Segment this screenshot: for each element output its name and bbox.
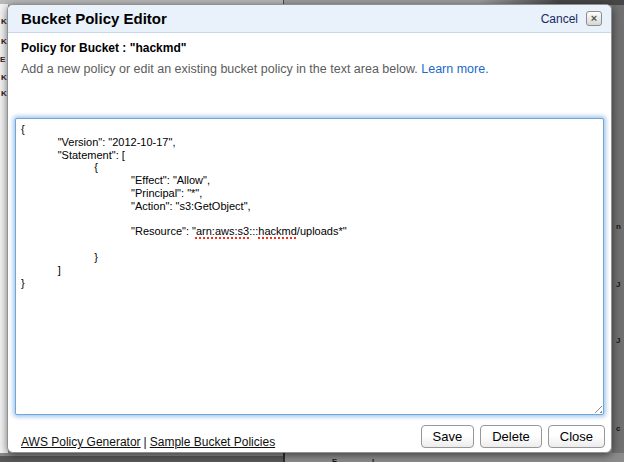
resource-arn-misspelled: arn:aws:s3	[196, 225, 249, 237]
dialog-header: Bucket Policy Editor Cancel ×	[8, 5, 611, 33]
background-text-fragment: l	[372, 458, 374, 462]
footer-links: AWS Policy Generator|Sample Bucket Polic…	[21, 435, 275, 449]
description-body: Add a new policy or edit an existing buc…	[21, 62, 418, 76]
policy-for-bucket-label: Policy for Bucket : "hackmd"	[21, 41, 186, 55]
cancel-link[interactable]: Cancel	[541, 12, 578, 26]
resource-separator: :::	[249, 225, 258, 237]
sample-bucket-policies-link[interactable]: Sample Bucket Policies	[150, 435, 275, 449]
textarea-resize-handle[interactable]	[591, 402, 602, 413]
bucket-policy-editor-dialog: Bucket Policy Editor Cancel × Policy for…	[7, 4, 612, 453]
footer-buttons: Save Delete Close	[421, 425, 605, 448]
background-text-fragment: c	[616, 425, 620, 433]
learn-more-link[interactable]: Learn more.	[421, 62, 488, 76]
background-text-fragment: K	[1, 18, 7, 26]
policy-resource-line: "Resource": "arn:aws:s3:::hackmd/uploads…	[21, 213, 598, 251]
background-text-fragment: K	[1, 74, 7, 82]
policy-line: {	[21, 161, 598, 174]
policy-line: ]	[21, 264, 598, 277]
close-icon: ×	[591, 13, 597, 24]
dialog-title: Bucket Policy Editor	[21, 10, 541, 27]
background-text-fragment: E	[0, 56, 5, 64]
close-button[interactable]: ×	[586, 11, 602, 26]
policy-line: }	[21, 251, 598, 264]
delete-button[interactable]: Delete	[480, 425, 542, 448]
policy-textarea[interactable]: { "Version": "2012-10-17", "Statement": …	[15, 118, 604, 415]
policy-line: {	[21, 123, 598, 136]
resource-suffix: /uploads*"	[297, 225, 347, 237]
policy-line: }	[21, 277, 598, 290]
background-text-fragment: n	[616, 223, 621, 231]
description-text: Add a new policy or edit an existing buc…	[21, 62, 489, 76]
policy-line: "Effect": "Allow",	[21, 174, 598, 187]
background-bottom-strip: F l	[0, 453, 624, 462]
resource-bucket-misspelled: hackmd	[258, 225, 297, 237]
link-separator: |	[144, 435, 147, 449]
close-dialog-button[interactable]: Close	[548, 425, 605, 448]
background-right-strip: n J J c	[612, 5, 624, 455]
background-text-fragment: F	[332, 458, 337, 462]
aws-policy-generator-link[interactable]: AWS Policy Generator	[21, 435, 141, 449]
background-bottom-left	[0, 456, 283, 462]
resource-prefix: "Resource": "	[39, 225, 196, 237]
background-text-fragment: K	[1, 90, 7, 98]
background-text-fragment: J	[616, 337, 620, 345]
save-button[interactable]: Save	[421, 425, 475, 448]
policy-line: "Action": "s3:GetObject",	[21, 200, 598, 213]
background-divider	[283, 453, 285, 462]
policy-line: "Version": "2012-10-17",	[21, 136, 598, 149]
policy-line: "Statement": [	[21, 149, 598, 162]
background-text-fragment: J	[616, 281, 620, 289]
background-text-fragment: K	[1, 38, 7, 46]
policy-line: "Principal": "*",	[21, 187, 598, 200]
